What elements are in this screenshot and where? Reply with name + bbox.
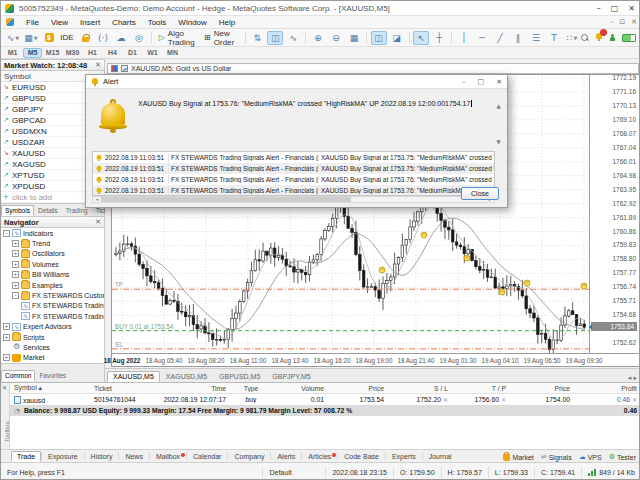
toolbox-tab-articles[interactable]: Articles xyxy=(302,451,337,462)
alert-list-scrollbar[interactable]: ◂▸ xyxy=(92,196,495,203)
column-header-symbol[interactable]: Symbol ▴ xyxy=(10,384,90,392)
tree-item[interactable]: +Trend xyxy=(1,238,104,248)
channel-button[interactable]: ∥ xyxy=(510,31,526,45)
remove-tp-icon[interactable]: ✕ xyxy=(501,396,506,403)
alert-row[interactable]: 2022.08.19 11:03:51FX STEWARDS Trading S… xyxy=(93,152,494,163)
community-user-icon[interactable] xyxy=(609,34,616,42)
scrollbar-thumb[interactable] xyxy=(101,197,351,202)
remove-sl-icon[interactable]: ✕ xyxy=(443,396,448,403)
new-chart-button[interactable]: ▦▼ xyxy=(23,31,39,45)
expander-icon[interactable]: + xyxy=(3,323,10,330)
column-header-sl[interactable]: S / L xyxy=(388,385,452,392)
market-watch-close-icon[interactable]: ✕ xyxy=(95,61,101,69)
menu-item-view[interactable]: View xyxy=(45,18,74,27)
shortcut-signals[interactable]: ⇌Signals xyxy=(541,453,572,461)
expander-icon[interactable]: + xyxy=(12,240,19,247)
expander-icon[interactable]: + xyxy=(12,261,19,268)
shortcut-tester[interactable]: ⚙Tester xyxy=(609,453,636,461)
tree-item[interactable]: +Market xyxy=(1,353,104,363)
timeframe-m15[interactable]: M15 xyxy=(43,48,62,58)
dialog-maximize-icon[interactable]: □ xyxy=(478,78,485,86)
expander-icon[interactable]: + xyxy=(12,271,19,278)
fibo-button[interactable]: ☰ xyxy=(528,31,544,45)
timeframe-m5[interactable]: M5 xyxy=(23,48,42,58)
expander-icon[interactable]: + xyxy=(12,282,19,289)
timeframe-m30[interactable]: M30 xyxy=(63,48,82,58)
metaeditor-button[interactable]: IDE xyxy=(59,31,75,45)
chart-tab-gbpjpy-m5[interactable]: GBPJPY,M5 xyxy=(266,371,316,382)
maximize-icon[interactable]: □ xyxy=(611,4,619,13)
column-header-profit[interactable]: Profit xyxy=(574,385,640,392)
menu-item-insert[interactable]: Insert xyxy=(74,18,106,27)
tree-item[interactable]: -FX STEWARDS Custom Indica xyxy=(1,290,104,300)
tree-item[interactable]: +Volumes xyxy=(1,259,104,269)
alert-message[interactable]: XAUUSD Buy Signal at 1753.76: "MediumRis… xyxy=(138,99,490,143)
candle-chart-button[interactable]: ◫ xyxy=(267,31,283,45)
toolbox-tab-code-base[interactable]: Code Base xyxy=(338,451,385,462)
navigator-tab-favorites[interactable]: Favorites xyxy=(35,370,70,381)
lock-button[interactable] xyxy=(77,31,93,45)
alert-row[interactable]: 2022.08.19 11:03:51FX STEWARDS Trading S… xyxy=(93,163,494,174)
crosshair-cursor-button[interactable]: ↖ xyxy=(413,31,429,45)
toolbox-tab-mailbox[interactable]: Mailbox xyxy=(150,451,186,462)
trade-table-row[interactable]: xauusd501947610442022.08.19 12:07:17buy0… xyxy=(10,394,640,405)
hline-button[interactable]: ─ xyxy=(474,31,490,45)
toolbox-tab-alerts[interactable]: Alerts xyxy=(271,451,301,462)
menu-item-window[interactable]: Window xyxy=(172,18,212,27)
expander-icon[interactable]: + xyxy=(12,250,19,257)
minimize-icon[interactable]: – xyxy=(597,4,601,13)
cloud-button[interactable]: ☁ xyxy=(113,31,129,45)
line-chart-button[interactable]: ∿ xyxy=(285,31,301,45)
navigator-tab-common[interactable]: Common xyxy=(1,370,35,381)
cascade-windows-button[interactable]: ◪ xyxy=(389,31,405,45)
column-header-tp[interactable]: T / P xyxy=(452,385,510,392)
profile-selector[interactable]: Default xyxy=(262,467,326,478)
tree-item[interactable]: +∿Expert Advisors xyxy=(1,322,104,332)
price-axis[interactable]: 1753.84 1772.191771.161770.131769.101768… xyxy=(590,74,640,354)
mdi-minimize-icon[interactable]: – xyxy=(610,18,614,26)
column-header-ticket[interactable]: Ticket xyxy=(90,385,150,392)
column-header-time[interactable]: Time xyxy=(150,385,230,392)
timeframe-w1[interactable]: W1 xyxy=(143,48,162,58)
connect-button[interactable]: (·) xyxy=(95,31,111,45)
toolbox-tab-company[interactable]: Company xyxy=(228,451,270,462)
tree-item[interactable]: +Scripts xyxy=(1,332,104,342)
column-header-volume[interactable]: Volume xyxy=(272,385,328,392)
zoom-in-button[interactable]: ⊕ xyxy=(310,31,326,45)
toolbox-tab-experts[interactable]: Experts xyxy=(386,451,422,462)
tree-item[interactable]: ∿FX STEWARDS Trading Si xyxy=(1,301,104,311)
chart-tab-scroll-icons[interactable]: ◂ ▸ xyxy=(628,374,640,382)
toolbox-tab-calendar[interactable]: Calendar xyxy=(187,451,227,462)
alert-dialog-title-bar[interactable]: Alert –□✕ xyxy=(86,75,507,89)
tree-item[interactable]: -∿Indicators xyxy=(1,228,104,238)
chart-tab-gbpusd-m5[interactable]: GBPUSD,M5 xyxy=(213,371,266,382)
menu-item-file[interactable]: File xyxy=(20,18,45,27)
expander-icon[interactable]: + xyxy=(3,354,10,361)
toolbox-close-icon[interactable]: ✕ xyxy=(2,384,7,391)
new-order-button[interactable]: ⊞New Order xyxy=(201,31,240,45)
close-button[interactable]: Close xyxy=(461,187,499,200)
algo-trading-button[interactable]: ▷Algo Trading xyxy=(156,31,199,45)
crosshair-button[interactable]: ┼ xyxy=(431,31,447,45)
notifications-icon[interactable] xyxy=(595,32,603,43)
zoom-out-button[interactable]: ⊖ xyxy=(328,31,344,45)
tile-windows-button[interactable]: ◫ xyxy=(371,31,387,45)
toolbox-tab-news[interactable]: News xyxy=(119,451,149,462)
community-button[interactable]: ◎ xyxy=(131,31,147,45)
shortcut-vps[interactable]: ☁VPS xyxy=(579,453,602,461)
vline-button[interactable]: │ xyxy=(456,31,472,45)
tree-item[interactable]: +Bill Williams xyxy=(1,270,104,280)
expander-icon[interactable]: - xyxy=(3,230,10,237)
tree-item[interactable]: ∿FX STEWARDS Trading Si xyxy=(1,311,104,321)
market-watch-tab-details[interactable]: Details xyxy=(34,205,62,216)
market-watch-tab-symbols[interactable]: Symbols xyxy=(1,205,34,216)
column-header-type[interactable]: Type xyxy=(230,385,272,392)
mdi-close-icon[interactable]: ✕ xyxy=(631,18,637,26)
dialog-minimize-icon[interactable]: – xyxy=(462,78,466,86)
tree-item[interactable]: ⚙Services xyxy=(1,342,104,352)
toolbox-tab-journal[interactable]: Journal xyxy=(423,451,458,462)
menu-item-help[interactable]: Help xyxy=(213,18,241,27)
expander-icon[interactable]: + xyxy=(3,334,10,341)
bar-chart-button[interactable]: ⇅ xyxy=(249,31,265,45)
scroll-up-icon[interactable]: ▲ xyxy=(494,101,503,110)
